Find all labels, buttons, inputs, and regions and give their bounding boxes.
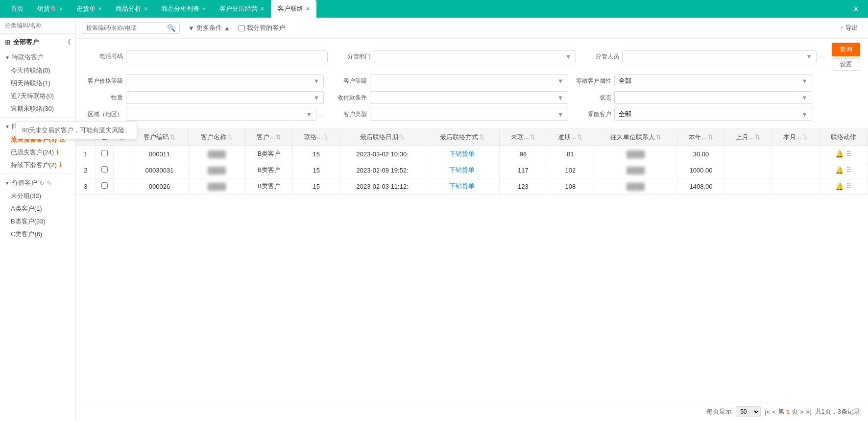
group-value-customers[interactable]: ▼ 价值客户 ↻ ✎ (0, 176, 75, 190)
total-label: 共1页，3条记录 (815, 407, 860, 416)
sidebar-item-overdue[interactable]: 逾期未联络(30) (0, 102, 75, 115)
sort-icon: ⇅ (708, 133, 713, 141)
sidebar-item-today[interactable]: 今天待联络(0) (0, 64, 75, 77)
tab-customer-contact[interactable]: 客户联络 × (271, 0, 316, 18)
export-button[interactable]: ↑ 导出 (837, 22, 863, 34)
filter-label-retail-customer: 零散客户 (572, 110, 611, 119)
close-icon[interactable]: × (261, 5, 264, 12)
edit-icon[interactable]: ✎ (47, 179, 52, 187)
more-options-region-icon[interactable]: ··· (318, 111, 324, 118)
per-page-label: 每页显示 (706, 407, 732, 416)
sort-icon: ⇅ (755, 133, 760, 141)
cell-actions: 🔔 ⠿ (819, 146, 868, 162)
sidebar-item-tomorrow[interactable]: 明天待联络(1) (0, 77, 75, 90)
cell-overdue: 108 (547, 178, 594, 195)
row-checkbox[interactable] (101, 150, 108, 156)
tab-purchase[interactable]: 进货单 × (70, 0, 109, 18)
col-this-month: 本月...⇅ (772, 129, 819, 146)
filter-select-status[interactable]: ▼ (614, 91, 812, 104)
close-icon[interactable]: × (98, 5, 102, 12)
filter-select-price-grade[interactable]: ▼ (126, 74, 324, 87)
last-method-link[interactable]: 下销货单 (449, 150, 475, 157)
group-pending-contact[interactable]: ▼ 待联络客户 (0, 50, 75, 64)
more-action-icon[interactable]: ⠿ (846, 150, 851, 158)
col-actions: 联络动作 (819, 129, 868, 146)
sidebar-item-class-c[interactable]: C类客户(6) (0, 228, 75, 241)
table-row: 2 00030031 ████ B类客户 15 2023-02-09 19:52… (76, 162, 868, 178)
cell-code: 000011 (131, 146, 188, 162)
sidebar-item-class-b[interactable]: B类客户(33) (0, 215, 75, 228)
per-page-select[interactable]: 50 100 200 (736, 406, 761, 417)
close-icon[interactable]: × (59, 5, 63, 12)
sidebar-item-churned[interactable]: 已流失客户(24) ℹ (0, 146, 75, 159)
last-method-link[interactable]: 下销货单 (449, 182, 475, 190)
more-options-icon[interactable]: ··· (819, 53, 824, 60)
sidebar-search-input[interactable] (5, 22, 76, 29)
filter-select-payment[interactable]: ▼ (370, 91, 568, 104)
cell-last-method: 下销货单 (425, 146, 499, 162)
filter-label-price-grade: 客户价格等级 (84, 77, 123, 85)
filter-select-person[interactable]: ▼ (622, 50, 817, 63)
sidebar-item-declining[interactable]: 持续下滑客户(2) ℹ (0, 159, 75, 172)
more-action-icon[interactable]: ⠿ (846, 182, 851, 190)
contact-icon[interactable]: 🔔 (835, 166, 844, 174)
filter-input-phone[interactable] (126, 50, 328, 63)
filter-select-customer-type[interactable]: ▼ (370, 108, 568, 121)
filter-label-phone: 电话号码 (84, 52, 123, 61)
filter-select-region[interactable]: ▼ (126, 108, 316, 121)
cell-checkbox (96, 162, 113, 178)
search-icon[interactable]: 🔍 (167, 24, 175, 32)
all-customers-header[interactable]: ⊞ 全部客户 《 (0, 34, 75, 50)
sidebar-item-class-a[interactable]: A类客户(1) (0, 202, 75, 215)
next-page-button[interactable]: > (800, 408, 804, 416)
filter-select-retail-customer[interactable]: 全部▼ (614, 108, 812, 121)
sidebar-item-ungrouped[interactable]: 未分组(32) (0, 190, 75, 202)
row-checkbox[interactable] (101, 182, 108, 189)
prev-page-button[interactable]: < (772, 408, 776, 416)
first-page-button[interactable]: |< (765, 408, 770, 416)
last-page-button[interactable]: >| (806, 408, 811, 416)
close-icon[interactable]: × (202, 5, 206, 12)
search-input[interactable] (86, 25, 167, 31)
sidebar-item-7days[interactable]: 近7天待联络(0) (0, 90, 75, 102)
customer-table: ⚙ 客户编码⇅ 客户名称⇅ 客户...⇅ 联络...⇅ 最后联络日期⇅ 最后联络… (76, 129, 868, 195)
my-customers-checkbox[interactable] (239, 25, 245, 31)
filter-row-2: 客户价格等级 ▼ 客户等级 ▼ 零散客户属性 全部▼ (84, 74, 860, 87)
row-checkbox[interactable] (101, 166, 108, 173)
close-icon[interactable]: × (306, 5, 310, 12)
more-action-icon[interactable]: ⠿ (846, 166, 851, 174)
filter-select-dept[interactable]: ▼ (374, 50, 576, 63)
current-page: 1 (786, 408, 790, 416)
tab-product-list[interactable]: 商品分析列表 × (154, 0, 213, 18)
cell-last-date: 2023-02-03 11:12: (340, 178, 425, 195)
filter-select-nature[interactable]: ▼ (126, 91, 324, 104)
filter-select-customer-grade[interactable]: ▼ (370, 74, 568, 87)
col-type: 客户...⇅ (245, 129, 292, 146)
cell-uncontacted: 96 (500, 146, 547, 162)
collapse-icon[interactable]: 《 (65, 38, 71, 47)
export-icon: ↑ (841, 25, 844, 32)
cell-contact: 15 (293, 162, 340, 178)
close-window-button[interactable]: ✕ (848, 4, 864, 14)
tab-sales[interactable]: 销货单 × (30, 0, 70, 18)
filter-select-retail-attr[interactable]: 全部▼ (614, 74, 812, 87)
filter-label-customer-grade: 客户等级 (328, 77, 367, 85)
tab-home[interactable]: 首页 (4, 0, 30, 18)
my-customers-checkbox-label[interactable]: 我分管的客户 (239, 24, 285, 32)
filter-field-person: 分管人员 ▼ ··· (580, 50, 824, 63)
settings-button[interactable]: 设置 (832, 58, 860, 71)
tab-product-analysis[interactable]: 商品分析 × (109, 0, 154, 18)
close-icon[interactable]: × (144, 5, 147, 12)
contact-icon[interactable]: 🔔 (835, 150, 844, 158)
last-method-link[interactable]: 下销货单 (449, 166, 475, 173)
filter-field-dept: 分管部门 ▼ (332, 50, 576, 63)
more-filter-button[interactable]: ▼ 更多条件 ▲ (184, 22, 235, 34)
tab-customer-tier[interactable]: 客户分层经营 × (213, 0, 271, 18)
sort-icon: ⇅ (530, 133, 535, 141)
arrow-icon: ▼ (5, 124, 10, 129)
chevron-down-icon: ▼ (313, 94, 319, 101)
filter-label-region: 区域（地区） (84, 110, 123, 119)
query-button[interactable]: 查询 (832, 43, 860, 56)
refresh-icon[interactable]: ↻ (39, 179, 45, 187)
contact-icon[interactable]: 🔔 (835, 182, 844, 190)
